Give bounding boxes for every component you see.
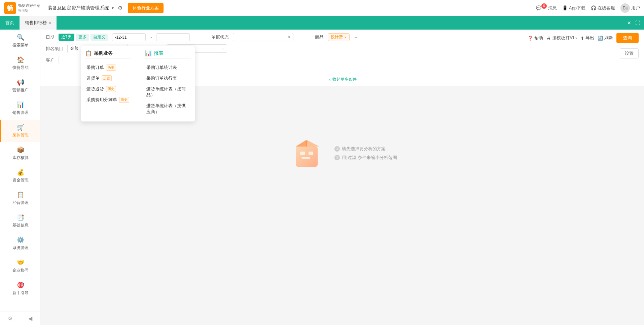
sidebar-item-quicknav[interactable]: 🏠 快捷导航 bbox=[0, 52, 40, 75]
system-dropdown[interactable]: ▾ bbox=[112, 6, 114, 10]
sidebar-label-system: 系统管理 bbox=[12, 245, 29, 251]
dropdown-item-po-stat[interactable]: 采购订单统计表 bbox=[145, 62, 191, 73]
purchase-col-title: 📋 采购业务 bbox=[85, 50, 131, 59]
sidebar-item-marketing[interactable]: 📢 营销推广 bbox=[0, 75, 40, 97]
export-label: 导出 bbox=[585, 35, 594, 41]
print-dropdown-icon: ▾ bbox=[575, 36, 577, 40]
sidebar: 🔍 搜索菜单 🏠 快捷导航 📢 营销推广 📊 销售管理 🛒 采购管理 📦 库存核… bbox=[0, 30, 40, 325]
query-area: ❓ 帮助 🖨 按模板打印 ▾ ⬆ 导出 🔄 bbox=[528, 33, 639, 58]
po-stat-label: 采购订单统计表 bbox=[146, 65, 177, 71]
sidebar-item-baseinfo[interactable]: 📑 基础信息 bbox=[0, 210, 40, 232]
sidebar-item-search[interactable]: 🔍 搜索菜单 bbox=[0, 30, 40, 52]
tip-num-2: ② bbox=[334, 155, 340, 160]
date-tag-more[interactable]: 更多 bbox=[76, 34, 89, 41]
dropdown-cols: 📋 采购业务 采购订单 历史 进货单 历史 进货退货 历史 bbox=[85, 50, 191, 117]
logo-text: 畅捷通好生意 bbox=[18, 3, 40, 8]
sidebar-item-inventory[interactable]: 📦 库存核算 bbox=[0, 142, 40, 165]
finance-icon: 💰 bbox=[17, 169, 24, 176]
export-icon: ⬆ bbox=[580, 36, 584, 41]
sidebar-bottom: ⚙ ◀ bbox=[0, 312, 40, 325]
sales-icon: 📊 bbox=[17, 101, 24, 109]
collapse-btn[interactable]: ∧ 收起更多条件 bbox=[328, 77, 357, 82]
system-title: 装备及固定资产辅助管理系统 bbox=[48, 5, 109, 11]
expense-label: 采购费用分摊单 bbox=[86, 97, 117, 103]
tab-sales-ranking[interactable]: 销售排行榜 × bbox=[20, 16, 57, 30]
logo-text-block: 畅捷通好生意 标准版 bbox=[18, 3, 40, 12]
doc-status-select[interactable]: ▾ bbox=[233, 33, 293, 41]
sidebar-settings-btn[interactable]: ⚙ bbox=[8, 315, 12, 322]
headset-icon: 🎧 bbox=[591, 5, 596, 10]
goods-chip-close[interactable]: × bbox=[344, 35, 346, 39]
message-icon: 💬 bbox=[536, 5, 541, 10]
main-layout: 🔍 搜索菜单 🏠 快捷导航 📢 营销推广 📊 销售管理 🛒 采购管理 📦 库存核… bbox=[0, 30, 644, 325]
dropdown-item-return[interactable]: 进货退货 历史 bbox=[85, 84, 131, 94]
svg-point-7 bbox=[306, 141, 308, 143]
po-hist-badge: 历史 bbox=[106, 65, 116, 71]
sidebar-item-finance[interactable]: 💰 资金管理 bbox=[0, 165, 40, 187]
avatar-initials: Ea bbox=[623, 6, 628, 10]
settings-button[interactable]: 设置 bbox=[620, 48, 639, 58]
inbound-goods-label: 进货单统计表（按商品） bbox=[146, 86, 190, 98]
date-tag-custom[interactable]: 自定义 bbox=[91, 34, 108, 41]
tab-sales-ranking-label: 销售排行榜 bbox=[25, 20, 47, 26]
help-btn[interactable]: ❓ 帮助 bbox=[528, 35, 543, 41]
customer-label: 客户 bbox=[46, 57, 55, 63]
guide-icon: 🎯 bbox=[17, 281, 24, 289]
query-button[interactable]: 查询 bbox=[616, 33, 639, 43]
help-label: 帮助 bbox=[534, 35, 543, 41]
dropdown-item-inbound[interactable]: 进货单 历史 bbox=[85, 73, 131, 84]
industry-button[interactable]: 体验行业方案 bbox=[128, 3, 164, 13]
refresh-icon: 🔄 bbox=[598, 36, 603, 41]
dropdown-item-po[interactable]: 采购订单 历史 bbox=[85, 62, 131, 73]
dropdown-item-expense[interactable]: 采购费用分摊单 历史 bbox=[85, 94, 131, 105]
print-btn[interactable]: 🖨 按模板打印 ▾ bbox=[546, 35, 577, 41]
date-input[interactable] bbox=[112, 33, 146, 41]
collab-icon: 🤝 bbox=[17, 259, 24, 266]
sidebar-item-purchase[interactable]: 🛒 采购管理 bbox=[0, 120, 40, 142]
date-tag-7days[interactable]: 近7天 bbox=[59, 34, 74, 41]
reports-col-icon: 📊 bbox=[145, 50, 152, 56]
message-label: 消息 bbox=[548, 5, 557, 11]
marketing-icon: 📢 bbox=[17, 79, 24, 86]
col-divider bbox=[138, 50, 138, 117]
message-action[interactable]: 💬 6 消息 bbox=[536, 5, 557, 11]
settings-icon[interactable]: ⚙ bbox=[118, 5, 122, 11]
online-service-action[interactable]: 🎧 在线客服 bbox=[591, 5, 615, 11]
sidebar-label-quicknav: 快捷导航 bbox=[12, 65, 29, 71]
phone-icon: 📱 bbox=[562, 5, 568, 10]
print-icon: 🖨 bbox=[546, 36, 551, 41]
tab-close-icon[interactable]: × bbox=[49, 21, 51, 25]
expense-hist-badge: 历史 bbox=[119, 97, 129, 103]
sidebar-item-system[interactable]: ⚙️ 系统管理 bbox=[0, 232, 40, 255]
filter-row-1: 日期 近7天 更多 自定义 ~ 单据状态 ▾ bbox=[46, 33, 528, 41]
online-service-label: 在线客服 bbox=[598, 5, 615, 11]
system-icon: ⚙️ bbox=[17, 236, 24, 244]
sidebar-label-guide: 新手引导 bbox=[12, 290, 29, 296]
tab-expand-icon[interactable]: ⛶ bbox=[635, 20, 640, 26]
tab-home[interactable]: 首页 bbox=[0, 16, 20, 30]
export-btn[interactable]: ⬆ 导出 bbox=[580, 35, 594, 41]
dropdown-arrow: ▾ bbox=[288, 35, 290, 40]
operations-icon: 📋 bbox=[17, 191, 24, 199]
dropdown-item-po-exec[interactable]: 采购订单执行表 bbox=[145, 73, 191, 84]
dropdown-item-inbound-by-goods[interactable]: 进货单统计表（按商品） bbox=[145, 84, 191, 100]
refresh-btn[interactable]: 🔄 刷新 bbox=[598, 35, 613, 41]
print-label: 按模板打印 bbox=[552, 35, 574, 41]
goods-dots[interactable]: ··· bbox=[354, 35, 357, 40]
user-action[interactable]: Ea 用户 bbox=[620, 3, 640, 13]
app-download-action[interactable]: 📱 App下载 bbox=[562, 5, 585, 11]
inbound-supplier-label: 进货单统计表（按供应商） bbox=[146, 103, 190, 115]
svg-rect-4 bbox=[309, 152, 313, 155]
sidebar-item-sales[interactable]: 📊 销售管理 bbox=[0, 97, 40, 120]
po-exec-label: 采购订单执行表 bbox=[146, 75, 177, 81]
sidebar-item-collab[interactable]: 🤝 企业协同 bbox=[0, 255, 40, 277]
tab-close-all-icon[interactable]: ✕ bbox=[627, 20, 631, 26]
message-badge: 6 bbox=[541, 3, 547, 9]
tip-item-1: ① 请先选择要分析的方案 bbox=[334, 145, 397, 153]
sidebar-collapse-btn[interactable]: ◀ bbox=[28, 315, 32, 322]
dropdown-item-inbound-by-supplier[interactable]: 进货单统计表（按供应商） bbox=[145, 100, 191, 117]
baseinfo-icon: 📑 bbox=[17, 214, 24, 221]
date-input-end[interactable] bbox=[156, 33, 190, 41]
sidebar-item-operations[interactable]: 📋 经营管理 bbox=[0, 187, 40, 210]
sidebar-item-guide[interactable]: 🎯 新手引导 bbox=[0, 277, 40, 300]
